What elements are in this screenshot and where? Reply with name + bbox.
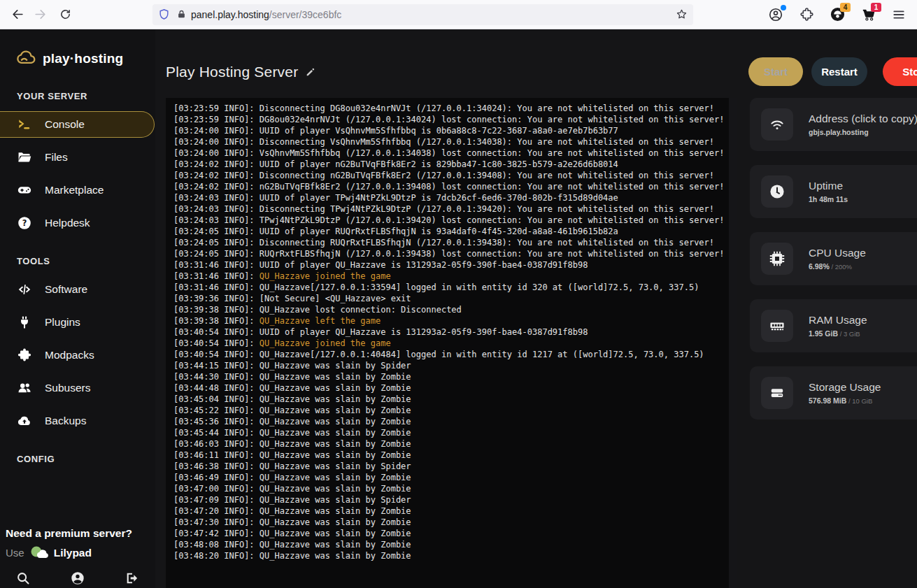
stat-card-address[interactable]: Address (click to copy)gbjs.play.hosting [750, 98, 917, 151]
main-content: Play Hosting Server Start Restart Stop [… [155, 29, 917, 588]
nav-section-heading: TOOLS [0, 256, 155, 276]
log-line: [03:47:09 INFO]: QU_Hazzave was slain by… [173, 494, 727, 505]
svg-text:?: ? [22, 218, 27, 228]
stat-value: 1.95 GiB / 3 GiB [809, 329, 867, 338]
brand-name: play·hosting [43, 51, 123, 66]
bookmark-star-icon[interactable] [676, 8, 688, 20]
sidebar: play·hosting YOUR SERVERConsoleFilesMark… [0, 29, 155, 588]
console-output[interactable]: [03:23:59 INFO]: Disconnecting DG8ou032e… [166, 98, 737, 588]
premium-heading: Need a premium server? [6, 527, 132, 540]
sidebar-item-software[interactable]: Software [0, 276, 155, 303]
brand-logo[interactable]: play·hosting [0, 29, 155, 67]
stat-value: gbjs.play.hosting [809, 128, 917, 136]
sidebar-footer [0, 571, 155, 586]
account-notification-dot [781, 5, 786, 10]
restart-button[interactable]: Restart [811, 57, 867, 86]
log-line: [03:24:02 INFO]: UUID of player nG2BuTVq… [173, 159, 727, 170]
log-line: [03:47:00 INFO]: QU_Hazzave was slain by… [173, 483, 727, 494]
log-line: [03:47:30 INFO]: QU_Hazzave was slain by… [173, 517, 727, 528]
cloud-logo-icon [15, 50, 36, 67]
sidebar-item-label: Marketplace [45, 184, 104, 196]
back-button[interactable] [7, 4, 28, 25]
adblocker-extension-icon[interactable]: 4 [829, 6, 846, 23]
log-line: [03:46:11 INFO]: QU_Hazzave was slain by… [173, 450, 727, 461]
stat-card-uptime: Uptime1h 48m 11s [750, 165, 917, 218]
log-line: [03:39:38 INFO]: QU_Hazzave left the gam… [173, 315, 727, 327]
stat-title: CPU Usage [809, 247, 866, 259]
extensions-puzzle-icon[interactable] [798, 6, 815, 23]
log-line: [03:45:44 INFO]: QU_Hazzave was slain by… [173, 427, 727, 438]
shopping-extension-icon[interactable]: 1 [860, 6, 876, 23]
edit-pencil-icon[interactable] [305, 66, 316, 78]
forward-button[interactable] [29, 4, 50, 25]
sidebar-item-marketplace[interactable]: Marketplace [0, 177, 155, 203]
sidebar-item-label: Modpacks [45, 349, 94, 361]
log-line: [03:24:03 INFO]: Disconnecting TPwj4NtPZ… [173, 203, 727, 215]
stats-panel: Address (click to copy)gbjs.play.hosting… [750, 98, 917, 588]
account-icon[interactable] [767, 6, 784, 23]
clock-icon [761, 175, 793, 208]
stat-value: 6.98% / 200% [809, 262, 866, 271]
log-line: [03:23:59 INFO]: Disconnecting DG8ou032e… [173, 103, 727, 114]
folder-icon [17, 150, 32, 165]
nav-section-heading: CONFIG [0, 454, 155, 474]
log-line: [03:24:00 INFO]: Disconnecting VsQhnvMm5… [173, 136, 727, 148]
lilypad-logo-icon [29, 545, 49, 560]
page-title: Play Hosting Server [166, 64, 298, 80]
stat-card-ram: RAM Usage1.95 GiB / 3 GiB [750, 299, 917, 352]
reload-button[interactable] [55, 4, 76, 25]
premium-promo[interactable]: Need a premium server? Use Lilypad [6, 527, 132, 560]
lock-icon[interactable] [176, 9, 187, 20]
log-line: [03:31:46 INFO]: UUID of player QU_Hazza… [173, 259, 727, 271]
stat-card-storage: Storage Usage576.98 MiB / 10 GiB [750, 366, 917, 420]
shopping-extension-badge: 1 [871, 3, 881, 12]
log-line: [03:48:20 INFO]: QU_Hazzave was slain by… [173, 550, 727, 561]
browser-toolbar: panel.play.hosting/server/39ce6bfc 4 1 [0, 0, 917, 29]
stat-value: 576.98 MiB / 10 GiB [809, 396, 881, 405]
log-line: [03:46:49 INFO]: QU_Hazzave was slain by… [173, 472, 727, 483]
adblocker-badge: 4 [840, 3, 851, 12]
cloud-up-icon [17, 413, 32, 429]
ram-icon [761, 310, 793, 342]
log-line: [03:47:20 INFO]: QU_Hazzave was slain by… [173, 505, 727, 517]
address-bar[interactable]: panel.play.hosting/server/39ce6bfc [152, 4, 693, 25]
log-line: [03:24:05 INFO]: Disconnecting RUQrRxtFL… [173, 237, 727, 248]
menu-hamburger-icon[interactable] [890, 6, 907, 23]
log-line: [03:46:03 INFO]: QU_Hazzave was slain by… [173, 438, 727, 450]
sidebar-item-label: Files [45, 151, 68, 164]
log-line: [03:24:02 INFO]: Disconnecting nG2BuTVqF… [173, 170, 727, 181]
stat-title: Uptime [809, 180, 848, 192]
log-line: [03:40:54 INFO]: QU_Hazzave joined the g… [173, 338, 727, 349]
plug-icon [17, 315, 32, 330]
logout-icon[interactable] [125, 571, 140, 586]
sidebar-item-console[interactable]: Console [0, 111, 155, 138]
console-scrollbar[interactable] [729, 98, 737, 588]
log-line: [03:40:54 INFO]: UUID of player QU_Hazza… [173, 327, 727, 338]
sidebar-item-label: Console [45, 118, 85, 131]
url-text: panel.play.hosting/server/39ce6bfc [191, 9, 676, 20]
log-line: [03:31:46 INFO]: QU_Hazzave joined the g… [173, 271, 727, 282]
start-button[interactable]: Start [748, 57, 803, 86]
nav-section-heading: YOUR SERVER [0, 91, 155, 111]
storage-icon [761, 377, 793, 409]
sidebar-item-backups[interactable]: Backups [0, 408, 155, 434]
sidebar-item-helpdesk[interactable]: ?Helpdesk [0, 210, 155, 236]
log-line: [03:46:38 INFO]: QU_Hazzave was slain by… [173, 461, 727, 472]
log-line: [03:24:03 INFO]: UUID of player TPwj4NtP… [173, 192, 727, 203]
sidebar-item-modpacks[interactable]: Modpacks [0, 342, 155, 368]
sidebar-item-files[interactable]: Files [0, 144, 155, 171]
stat-title: Storage Usage [809, 381, 881, 394]
log-line: [03:24:02 INFO]: nG2BuTVqFBfk8Er2 (/127.… [173, 181, 727, 192]
sidebar-item-plugins[interactable]: Plugins [0, 309, 155, 336]
sidebar-item-label: Software [45, 283, 87, 296]
log-line: [03:47:42 INFO]: QU_Hazzave was slain by… [173, 528, 727, 539]
sidebar-item-subusers[interactable]: Subusers [0, 375, 155, 401]
gamepad-icon [17, 182, 32, 198]
tracking-shield-icon[interactable] [158, 8, 170, 20]
cpu-icon [761, 243, 793, 275]
log-line: [03:44:48 INFO]: QU_Hazzave was slain by… [173, 382, 727, 394]
stop-button[interactable]: Stop [883, 57, 917, 86]
account-circle-icon[interactable] [70, 571, 85, 586]
search-icon[interactable] [15, 571, 31, 586]
stat-card-cpu: CPU Usage6.98% / 200% [750, 232, 917, 285]
